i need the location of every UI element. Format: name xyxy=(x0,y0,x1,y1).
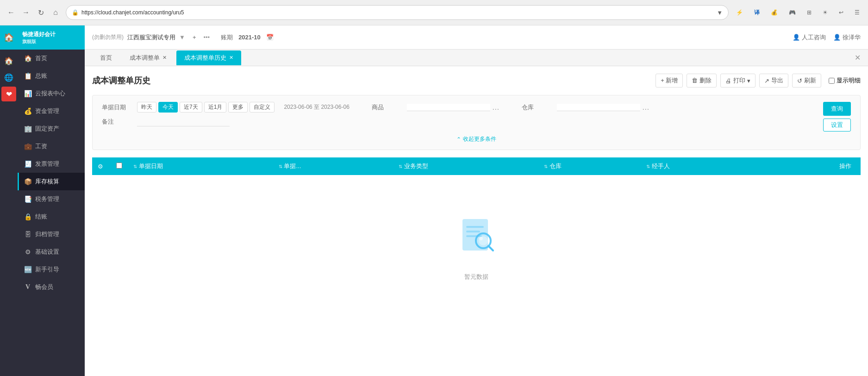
7days-btn[interactable]: 近7天 xyxy=(180,102,202,113)
sidebar-item-reports[interactable]: 📊 云报表中心 xyxy=(18,85,85,102)
browser-nav-buttons: ← → ↻ ⌂ xyxy=(5,6,62,19)
user-btn[interactable]: 👤 徐泽华 xyxy=(833,33,861,42)
close-all-tabs-btn[interactable]: ✕ xyxy=(855,53,861,62)
member-icon: V xyxy=(24,283,31,291)
product-dots[interactable]: … xyxy=(492,103,500,112)
page-title: 成本调整单历史 xyxy=(92,75,150,86)
sidebar-item-settings[interactable]: ⚙ 基础设置 xyxy=(18,243,85,261)
sidebar-label-funds: 资金管理 xyxy=(35,107,59,115)
tab-cost-adjust-history-close[interactable]: ✕ xyxy=(229,55,233,61)
sidebar-item-salary[interactable]: 💼 工资 xyxy=(18,138,85,155)
icon-bar-social[interactable]: 🌐 xyxy=(1,70,16,85)
tab-cost-adjust[interactable]: 成本调整单 ✕ xyxy=(122,50,175,65)
brightness-icon[interactable]: ☀ xyxy=(819,7,831,18)
product-input[interactable] xyxy=(407,104,490,111)
display-detail-checkbox-container: 显示明细 xyxy=(829,76,861,85)
refresh-btn[interactable]: ↺ 刷新 xyxy=(792,74,821,88)
svg-point-7 xyxy=(479,237,483,240)
tab-home[interactable]: 首页 xyxy=(92,50,120,65)
sidebar-item-archive[interactable]: 🗄 归档管理 xyxy=(18,226,85,243)
new-btn[interactable]: + 新增 xyxy=(656,74,683,88)
wallet-icon[interactable]: 💰 xyxy=(767,7,781,18)
query-btn[interactable]: 查询 xyxy=(823,102,851,116)
col-action: 操作 xyxy=(764,157,861,175)
empty-state: 暂元数据 xyxy=(92,175,861,318)
icon-bar-home[interactable]: 🏠 xyxy=(1,53,16,68)
sidebar-item-assets[interactable]: 🏢 固定资产 xyxy=(18,120,85,138)
service-btn[interactable]: 👤 人工咨询 xyxy=(793,33,826,42)
col-settings-icon[interactable]: ⚙ xyxy=(98,163,103,170)
sidebar-item-ledger[interactable]: 📋 总账 xyxy=(18,67,85,85)
menu-icon[interactable]: ☰ xyxy=(851,7,863,18)
tab-cost-adjust-history[interactable]: 成本调整单历史 ✕ xyxy=(176,50,241,65)
sidebar-item-member[interactable]: V 畅会员 xyxy=(18,278,85,296)
translate-icon[interactable]: 译 xyxy=(750,7,763,19)
sidebar-item-inventory[interactable]: 📦 库存核算 xyxy=(18,173,85,190)
sidebar-label-settings: 基础设置 xyxy=(35,248,59,256)
delete-btn[interactable]: 🗑 删除 xyxy=(687,74,717,88)
sidebar-menu: 🏠 首页 📋 总账 📊 云报表中心 💰 资金管理 🏢 固定资产 xyxy=(18,50,85,376)
sidebar-item-tax[interactable]: 📑 税务管理 xyxy=(18,190,85,208)
col-date[interactable]: ⇅ 单据日期 xyxy=(128,157,273,175)
main-content: (勿删勿禁用) 江西服宝测试专用 ▼ + ••• 账期 2021-10 📅 👤 … xyxy=(85,25,868,376)
date-quick-buttons: 昨天 今天 近7天 近1月 更多 自定义 xyxy=(137,102,275,113)
sidebar-item-funds[interactable]: 💰 资金管理 xyxy=(18,102,85,120)
page-header: 成本调整单历史 + 新增 🗑 删除 🖨 打印 ▾ ↗ 导出 xyxy=(92,74,861,88)
display-detail-checkbox[interactable] xyxy=(829,78,835,84)
icon-bar-active[interactable]: ❤ xyxy=(1,87,16,101)
sidebar-label-invoice: 发票管理 xyxy=(35,160,59,168)
add-btn[interactable]: + xyxy=(193,34,196,41)
sidebar-item-invoice[interactable]: 🧾 发票管理 xyxy=(18,155,85,173)
col-warehouse-label: 仓库 xyxy=(550,163,562,169)
apps-icon[interactable]: ⊞ xyxy=(803,7,815,18)
workspace-name: 江西服宝测试专用 xyxy=(127,33,175,42)
refresh-button[interactable]: ↻ xyxy=(34,6,47,19)
svg-rect-0 xyxy=(462,219,488,251)
print-dropdown-icon[interactable]: ▾ xyxy=(747,77,750,84)
tab-cost-adjust-label: 成本调整单 xyxy=(130,54,160,62)
1month-btn[interactable]: 近1月 xyxy=(204,102,227,113)
invoice-icon: 🧾 xyxy=(24,160,31,168)
remark-input[interactable] xyxy=(137,117,230,126)
top-nav: (勿删勿禁用) 江西服宝测试专用 ▼ + ••• 账期 2021-10 📅 👤 … xyxy=(85,25,868,50)
game-icon[interactable]: 🎮 xyxy=(785,7,799,18)
product-select[interactable]: … xyxy=(407,103,500,112)
warehouse-select[interactable]: … xyxy=(557,103,649,112)
col-checkbox[interactable] xyxy=(111,157,128,175)
undo-icon[interactable]: ↩ xyxy=(835,7,847,18)
tab-cost-adjust-close[interactable]: ✕ xyxy=(162,55,167,61)
ssl-icon: 🔒 xyxy=(72,9,79,16)
back-button[interactable]: ← xyxy=(5,6,18,19)
sidebar-item-guide[interactable]: 🆕 新手引导 xyxy=(18,261,85,278)
col-warehouse[interactable]: ⇅ 仓库 xyxy=(538,157,641,175)
custom-btn[interactable]: 自定义 xyxy=(250,102,275,113)
workspace-prefix: (勿删勿禁用) xyxy=(92,33,124,41)
warehouse-dots[interactable]: … xyxy=(642,103,649,112)
extension-icon[interactable]: ⚡ xyxy=(732,7,747,18)
col-number[interactable]: ⇅ 单据... xyxy=(273,157,393,175)
yesterday-btn[interactable]: 昨天 xyxy=(137,102,156,113)
workspace-dropdown[interactable]: ▼ xyxy=(179,34,185,41)
today-btn[interactable]: 今天 xyxy=(158,102,178,113)
col-handler[interactable]: ⇅ 经手人 xyxy=(641,157,764,175)
warehouse-input[interactable] xyxy=(557,104,640,111)
funds-icon: 💰 xyxy=(24,107,31,115)
col-settings[interactable]: ⚙ xyxy=(92,157,111,175)
address-bar[interactable]: 🔒 https://cloud.chanjet.com/accounting/u… xyxy=(66,5,729,20)
col-action-label: 操作 xyxy=(839,163,851,169)
more-btn[interactable]: 更多 xyxy=(228,102,248,113)
sidebar-item-closing[interactable]: 🔒 结账 xyxy=(18,208,85,226)
home-button[interactable]: ⌂ xyxy=(49,6,62,19)
col-type[interactable]: ⇅ 业务类型 xyxy=(393,157,538,175)
select-all-checkbox[interactable] xyxy=(116,163,122,169)
collapse-filter-btn[interactable]: ⌃ 收起更多条件 xyxy=(102,135,851,143)
sidebar-item-home[interactable]: 🏠 首页 xyxy=(18,50,85,67)
more-btn[interactable]: ••• xyxy=(203,34,210,41)
inventory-icon: 📦 xyxy=(24,178,31,185)
filter-settings-btn[interactable]: 设置 xyxy=(823,119,851,132)
print-btn[interactable]: 🖨 打印 ▾ xyxy=(720,74,756,88)
dropdown-icon[interactable]: ▼ xyxy=(717,9,723,16)
calendar-icon[interactable]: 📅 xyxy=(266,34,274,41)
forward-button[interactable]: → xyxy=(19,6,32,19)
export-btn[interactable]: ↗ 导出 xyxy=(759,74,788,88)
